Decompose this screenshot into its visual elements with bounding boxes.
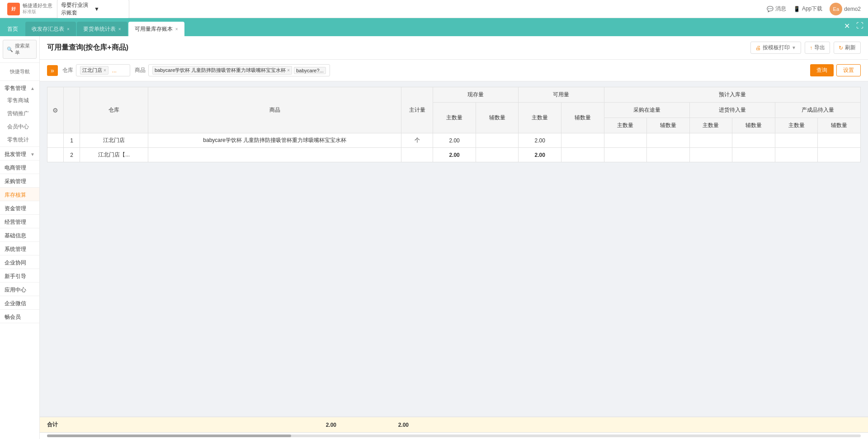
th-avail-main-qty: 主数量 <box>519 103 561 133</box>
row1-warehouse: 江北门店 <box>80 133 148 148</box>
row2-procure-aux <box>647 148 690 162</box>
sidebar-section-apps-header[interactable]: 应用中心 <box>0 283 39 296</box>
warehouse-filter: 仓库 江北门店 × ... <box>62 64 130 76</box>
scroll-track <box>47 434 861 437</box>
sidebar-section-wechat-header[interactable]: 企业微信 <box>0 296 39 309</box>
expand-tabs-button[interactable]: ⛶ <box>856 22 863 30</box>
template-print-button[interactable]: 🖨 按模板打印 ▼ <box>750 42 801 54</box>
message-icon: 💬 <box>767 6 774 12</box>
sidebar-section-basic: 基础信息 <box>0 228 39 242</box>
row1-stock-main: 2.00 <box>433 133 476 148</box>
sidebar-section-wechat-title: 企业微信 <box>5 300 26 307</box>
sidebar-item-quicknav[interactable]: 快捷导航 <box>0 66 39 78</box>
query-button[interactable]: 查询 <box>810 64 834 76</box>
sidebar-item-marketing[interactable]: 营销推广 <box>0 107 39 120</box>
sidebar-item-retail-stats[interactable]: 零售统计 <box>0 133 39 146</box>
row2-avail-main: 2.00 <box>519 148 561 162</box>
sidebar-section-ecommerce-title: 电商管理 <box>5 164 26 172</box>
logo-area: 好 畅捷通好生意 标准版 <box>7 3 52 15</box>
sidebar-section-apps-title: 应用中心 <box>5 286 26 294</box>
row1-inbound-main <box>689 133 732 148</box>
sidebar-section-member: 畅会员 <box>0 310 39 323</box>
sidebar-section-apps: 应用中心 <box>0 283 39 296</box>
export-button[interactable]: ↑ 导出 <box>805 42 830 54</box>
tab-close-receivable[interactable]: × <box>67 27 70 32</box>
tab-close-order-summary[interactable]: × <box>118 27 121 32</box>
message-button[interactable]: 💬 消息 <box>767 5 786 13</box>
tab-home[interactable]: 首页 <box>1 22 24 36</box>
row2-main-unit <box>401 148 433 162</box>
logo-icon: 好 <box>7 3 20 15</box>
close-all-tabs-button[interactable]: ✕ <box>844 22 850 30</box>
refresh-icon: ↻ <box>839 45 843 51</box>
sidebar-section-wholesale-header[interactable]: 批发管理 ▼ <box>0 147 39 160</box>
sidebar-section-procurement-header[interactable]: 采购管理 <box>0 174 39 187</box>
row1-main-unit: 个 <box>401 133 433 148</box>
warehouse-input[interactable]: 江北门店 × ... <box>76 64 130 76</box>
sidebar-section-basic-header[interactable]: 基础信息 <box>0 228 39 241</box>
th-stock-main-qty: 主数量 <box>433 103 476 133</box>
page-title: 可用量查询(按仓库+商品) <box>47 43 128 52</box>
warehouse-more-button[interactable]: ... <box>110 67 118 74</box>
sidebar-section-inventory-header[interactable]: 库存核算 <box>0 188 39 201</box>
sidebar-section-enterprise: 企业协同 <box>0 255 39 269</box>
row2-stock-main: 2.00 <box>433 148 476 162</box>
scroll-thumb[interactable] <box>47 434 291 437</box>
sidebar-section-operations-title: 经营管理 <box>5 218 26 226</box>
order-summary-tab-label: 要货单统计表 <box>83 25 116 33</box>
sidebar-section-system-header[interactable]: 系统管理 <box>0 242 39 255</box>
sidebar-item-member-center[interactable]: 会员中心 <box>0 120 39 133</box>
tab-receivable[interactable]: 收发存汇总表 × <box>25 22 76 36</box>
row2-stock-aux <box>476 148 519 162</box>
content-area: 可用量查询(按仓库+商品) 🖨 按模板打印 ▼ ↑ 导出 ↻ 刷新 » <box>40 36 868 439</box>
sidebar-section-finance-header[interactable]: 资金管理 <box>0 201 39 214</box>
sidebar-section-guide-title: 新手引导 <box>5 273 26 280</box>
download-icon: 📱 <box>793 6 800 12</box>
sidebar-section-retail: 零售管理 ▲ 零售商城 营销推广 会员中心 零售统计 <box>0 81 39 147</box>
sidebar-section-procurement-title: 采购管理 <box>5 178 26 185</box>
filter-actions: 查询 设置 <box>810 64 861 76</box>
sidebar-section-member-title: 畅会员 <box>5 313 21 321</box>
sidebar-item-retail-mall[interactable]: 零售商城 <box>0 94 39 107</box>
tab-close-available-inventory[interactable]: × <box>175 27 178 32</box>
row2-procure-main <box>604 148 647 162</box>
product-tag-1-close[interactable]: × <box>287 68 290 73</box>
sidebar-section-operations-header[interactable]: 经营管理 <box>0 215 39 228</box>
sidebar-section-enterprise-header[interactable]: 企业协同 <box>0 255 39 269</box>
sidebar-section-ecommerce-header[interactable]: 电商管理 <box>0 160 39 174</box>
tab-available-inventory[interactable]: 可用量库存账本 × <box>128 22 184 36</box>
account-selector[interactable]: 母婴行业演示账套 ▼ <box>57 0 129 19</box>
setting-button[interactable]: 设置 <box>836 64 861 76</box>
product-input[interactable]: babycare学饮杯 儿童防摔防撞吸管杯重力球吸嘴杯宝宝水杯 × babyca… <box>148 64 330 76</box>
user-avatar-area[interactable]: Ea demo2 <box>830 3 861 15</box>
page-actions: 🖨 按模板打印 ▼ ↑ 导出 ↻ 刷新 <box>750 42 861 54</box>
th-product-main: 主数量 <box>775 118 818 133</box>
sidebar-section-wholesale: 批发管理 ▼ <box>0 147 39 160</box>
warehouse-tag-close[interactable]: × <box>104 68 106 73</box>
horizontal-scrollbar[interactable] <box>40 432 868 439</box>
settings-icon[interactable]: ⚙ <box>52 107 58 114</box>
row2-inbound-main <box>689 148 732 162</box>
sidebar-section-retail-header[interactable]: 零售管理 ▲ <box>0 81 39 94</box>
page-header: 可用量查询(按仓库+商品) 🖨 按模板打印 ▼ ↑ 导出 ↻ 刷新 <box>40 36 868 60</box>
filter-expand-button[interactable]: » <box>47 65 58 76</box>
sidebar-section-procurement: 采购管理 <box>0 174 39 188</box>
row1-product: babycare学饮杯 儿童防摔防撞吸管杯重力球吸嘴杯宝宝水杯 <box>148 133 401 148</box>
sidebar-section-ecommerce: 电商管理 <box>0 160 39 174</box>
total-label: 合计 <box>47 421 269 429</box>
row2-product <box>148 148 401 162</box>
th-settings: ⚙ <box>47 87 64 133</box>
refresh-button[interactable]: ↻ 刷新 <box>834 42 861 54</box>
available-inventory-tab-label: 可用量库存账本 <box>135 25 173 33</box>
chevron-up-icon: ▲ <box>30 86 35 91</box>
sidebar-section-member-header[interactable]: 畅会员 <box>0 310 39 323</box>
app-download-button[interactable]: 📱 App下载 <box>793 5 822 13</box>
sidebar-section-basic-title: 基础信息 <box>5 232 26 240</box>
sidebar-section-guide-header[interactable]: 新手引导 <box>0 269 39 282</box>
sidebar-section-system-title: 系统管理 <box>5 245 26 253</box>
row2-warehouse: 江北门店【... <box>80 148 148 162</box>
warehouse-tag-jb: 江北门店 × <box>80 66 108 75</box>
sidebar-section-finance: 资金管理 <box>0 201 39 215</box>
search-menu-button[interactable]: 🔍 搜索菜单 <box>3 40 37 59</box>
tab-order-summary[interactable]: 要货单统计表 × <box>77 22 127 36</box>
